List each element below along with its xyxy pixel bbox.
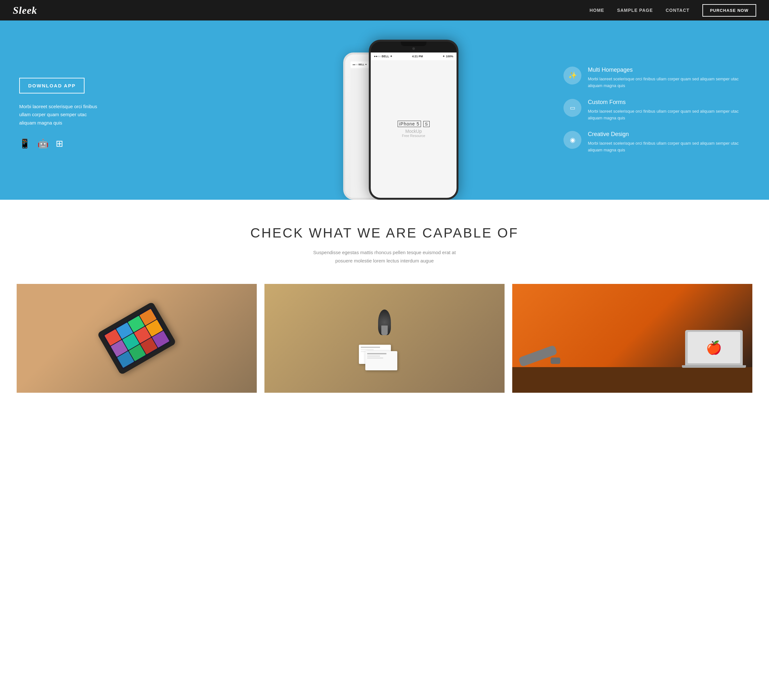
- person-scene: 🍎: [512, 284, 752, 393]
- mockup-label: MockUp: [397, 128, 430, 134]
- iphone-black-mockup: ●●○○ BELL ✦ 4:21 PM ✦ 100% iPhone 5 S Mo…: [369, 40, 459, 200]
- laptop-base: [682, 365, 746, 368]
- business-card-2: [365, 351, 397, 370]
- nav-item-sample-page[interactable]: SAMPLE PAGE: [617, 7, 653, 13]
- navbar: Sleek HOME SAMPLE PAGE CONTACT PURCHASE …: [0, 0, 769, 21]
- multi-homepages-icon: ✨: [563, 67, 581, 85]
- apple-logo-icon: 🍎: [706, 340, 722, 355]
- tablet-screen: [103, 307, 171, 370]
- status-bar-left: ●●○○ BELL ✦: [374, 55, 393, 58]
- phone-container: ●●○○ BELL ✦ ✦ 100% ●●○○ BELL ✦ 4:21 PM ✦…: [369, 40, 459, 200]
- hero-phone-mockup: ●●○○ BELL ✦ ✦ 100% ●●○○ BELL ✦ 4:21 PM ✦…: [276, 21, 551, 200]
- creative-design-title: Creative Design: [588, 131, 753, 138]
- white-status-left: ●●○○ BELL ✦: [352, 63, 367, 66]
- hand-shape: [551, 358, 560, 364]
- nav-links: HOME SAMPLE PAGE CONTACT PURCHASE NOW: [589, 7, 756, 13]
- nav-link-home[interactable]: HOME: [589, 8, 604, 13]
- person-arm: [519, 322, 583, 374]
- multi-homepages-text: Multi Homepages Morbi laoreet scelerisqu…: [588, 67, 753, 89]
- custom-forms-icon: ▭: [563, 99, 581, 117]
- multi-homepages-title: Multi Homepages: [588, 67, 753, 73]
- free-resource-label: Free Resource: [397, 134, 430, 138]
- purchase-now-button[interactable]: PURCHASE NOW: [702, 4, 756, 17]
- gallery-section: 🍎: [0, 284, 769, 393]
- phone-model-name: iPhone 5 S: [397, 119, 430, 127]
- feature-multi-homepages: ✨ Multi Homepages Morbi laoreet sceleris…: [563, 67, 753, 89]
- capabilities-section: CHECK WHAT WE ARE CAPABLE OF Suspendisse…: [0, 200, 769, 284]
- nav-item-home[interactable]: HOME: [589, 7, 604, 13]
- stationery-placeholder: [264, 284, 505, 393]
- multi-homepages-desc: Morbi laoreet scelerisque orci finibus u…: [588, 76, 753, 89]
- iphone-camera: [412, 47, 415, 50]
- status-bar-right: ✦ 100%: [442, 55, 453, 58]
- nav-link-contact[interactable]: CONTACT: [666, 8, 689, 13]
- download-app-button[interactable]: DOWNLOAD APP: [19, 78, 85, 93]
- iphone-notch: [401, 42, 426, 46]
- hero-left: DOWNLOAD APP Morbi laoreet scelerisque o…: [0, 21, 276, 200]
- laptop: 🍎: [685, 330, 743, 368]
- gallery-item-person[interactable]: 🍎: [512, 284, 752, 393]
- nav-link-sample-page[interactable]: SAMPLE PAGE: [617, 8, 653, 13]
- capabilities-subtitle-2: posuere molestie lorem lectus interdum a…: [13, 257, 756, 265]
- creative-design-icon: ◉: [563, 131, 581, 149]
- custom-forms-text: Custom Forms Morbi laoreet scelerisque o…: [588, 99, 753, 122]
- nav-item-contact[interactable]: CONTACT: [666, 7, 689, 13]
- pen-tool: [378, 310, 391, 335]
- creative-design-desc: Morbi laoreet scelerisque orci finibus u…: [588, 140, 753, 154]
- nav-item-purchase[interactable]: PURCHASE NOW: [702, 7, 756, 13]
- hero-right: ✨ Multi Homepages Morbi laoreet sceleris…: [551, 21, 769, 200]
- capabilities-title: CHECK WHAT WE ARE CAPABLE OF: [13, 225, 756, 241]
- hero-section: DOWNLOAD APP Morbi laoreet scelerisque o…: [0, 21, 769, 200]
- site-logo[interactable]: Sleek: [13, 5, 37, 16]
- feature-custom-forms: ▭ Custom Forms Morbi laoreet scelerisque…: [563, 99, 753, 122]
- creative-design-text: Creative Design Morbi laoreet scelerisqu…: [588, 131, 753, 154]
- tablet-placeholder: [17, 284, 257, 393]
- gallery-item-stationery[interactable]: [264, 284, 505, 393]
- gallery-item-tablet[interactable]: [17, 284, 257, 393]
- hero-description: Morbi laoreet scelerisque orci finibus u…: [19, 103, 103, 127]
- windows-icon[interactable]: ⊞: [56, 138, 63, 149]
- platform-icons: 📱 🤖 ⊞: [19, 138, 260, 149]
- custom-forms-desc: Morbi laoreet scelerisque orci finibus u…: [588, 108, 753, 122]
- android-icon[interactable]: 🤖: [37, 138, 49, 149]
- iphone-screen: ●●○○ BELL ✦ 4:21 PM ✦ 100% iPhone 5 S Mo…: [371, 53, 457, 198]
- person-placeholder: 🍎: [512, 284, 752, 393]
- tablet-device: [97, 302, 176, 375]
- model-suffix: S: [423, 121, 430, 127]
- feature-creative-design: ◉ Creative Design Morbi laoreet sceleris…: [563, 131, 753, 154]
- ios-icon[interactable]: 📱: [19, 138, 31, 149]
- custom-forms-title: Custom Forms: [588, 99, 753, 106]
- status-bar: ●●○○ BELL ✦ 4:21 PM ✦ 100%: [371, 53, 457, 60]
- status-bar-center: 4:21 PM: [412, 55, 423, 58]
- capabilities-subtitle-1: Suspendisse egestas mattis rhoncus pelle…: [13, 248, 756, 257]
- screen-content: iPhone 5 S MockUp Free Resource: [397, 113, 430, 138]
